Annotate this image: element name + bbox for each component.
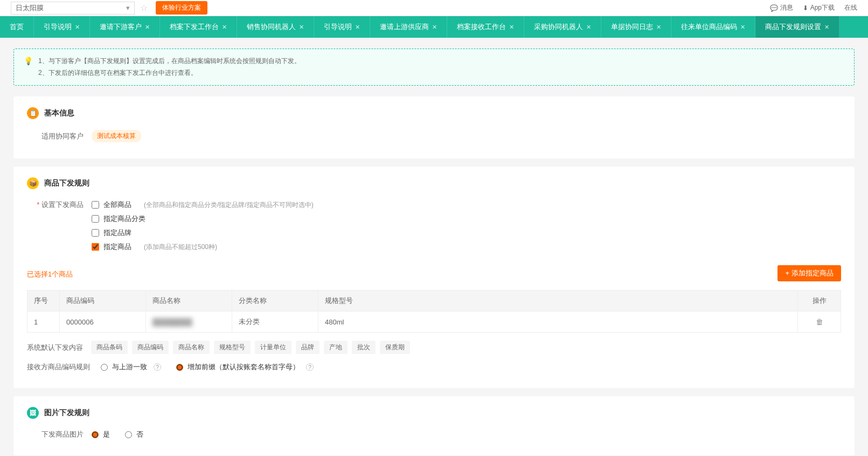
close-icon[interactable]: ✕ <box>75 24 80 31</box>
radio-add-prefix-label[interactable]: 增加前缀（默认按账套名称首字母） ? <box>176 362 314 372</box>
close-icon[interactable]: ✕ <box>656 24 661 31</box>
online-link[interactable]: 在线 <box>844 3 857 12</box>
tab-销售协同机器人[interactable]: 销售协同机器人✕ <box>237 16 314 38</box>
close-icon[interactable]: ✕ <box>740 24 745 31</box>
close-icon[interactable]: ✕ <box>355 24 360 31</box>
notice-text: 1、与下游客户【商品下发规则】设置完成后，在商品档案编辑时系统会按照规则自动下发… <box>38 56 301 79</box>
star-icon[interactable]: ☆ <box>140 3 148 13</box>
tab-单据协同日志[interactable]: 单据协同日志✕ <box>601 16 671 38</box>
table-row: 10000006████████未分类480ml🗑 <box>27 312 841 333</box>
basic-info-card: 📋 基本信息 适用协同客户 测试成本核算 <box>13 96 855 158</box>
close-icon[interactable]: ✕ <box>222 24 227 31</box>
topbar: 日太阳膜 ☆ 体验行业方案 💬消息 ⬇App下载 在线 <box>0 0 868 16</box>
tab-档案接收工作台[interactable]: 档案接收工作台✕ <box>447 16 524 38</box>
card-title-basic: 📋 基本信息 <box>27 107 841 119</box>
th-op: 操作 <box>798 291 841 312</box>
card-title-product: 📦 商品下发规则 <box>27 177 841 189</box>
close-icon[interactable]: ✕ <box>509 24 514 31</box>
tab-首页[interactable]: 首页 <box>0 16 34 38</box>
close-icon[interactable]: ✕ <box>432 24 437 31</box>
image-rule-icon: 🖼 <box>27 407 39 419</box>
plus-icon: + <box>785 269 789 277</box>
customer-tag: 测试成本核算 <box>92 130 141 142</box>
default-content-row: 系统默认下发内容 商品条码商品编码商品名称规格型号计量单位品牌产地批次保质期 <box>27 341 841 354</box>
tab-引导说明[interactable]: 引导说明✕ <box>34 16 90 38</box>
notice-line1: 1、与下游客户【商品下发规则】设置完成后，在商品档案编辑时系统会按照规则自动下发… <box>38 56 301 67</box>
checkbox-category[interactable] <box>92 215 99 223</box>
delete-icon[interactable]: 🗑 <box>816 317 823 326</box>
default-label: 系统默认下发内容 <box>27 343 83 353</box>
checkbox-specific-product[interactable] <box>92 243 99 251</box>
th-seq: 序号 <box>27 291 60 312</box>
tab-邀请上游供应商[interactable]: 邀请上游供应商✕ <box>370 16 447 38</box>
label-customer: 适用协同客户 <box>27 132 92 141</box>
selected-count: 已选择1个商品 <box>27 270 73 279</box>
checkbox-brand[interactable] <box>92 229 99 237</box>
product-table: 序号 商品编码 商品名称 分类名称 规格型号 操作 10000006██████… <box>27 290 841 333</box>
radio-add-prefix[interactable] <box>176 364 183 371</box>
th-cat: 分类名称 <box>232 291 318 312</box>
default-tag: 产地 <box>324 341 348 354</box>
topbar-right: 💬消息 ⬇App下载 在线 <box>770 3 857 12</box>
default-tag: 品牌 <box>296 341 320 354</box>
message-link[interactable]: 💬消息 <box>770 3 793 12</box>
radio-image-yes[interactable] <box>92 431 99 438</box>
recv-rule-label: 接收方商品编码规则 <box>27 362 101 372</box>
tab-邀请下游客户[interactable]: 邀请下游客户✕ <box>90 16 160 38</box>
default-tag: 商品编码 <box>132 341 169 354</box>
default-tag: 规格型号 <box>214 341 251 354</box>
default-tag: 批次 <box>352 341 376 354</box>
app-download-link[interactable]: ⬇App下载 <box>803 3 835 12</box>
th-spec: 规格型号 <box>318 291 798 312</box>
dropdown-value: 日太阳膜 <box>16 3 44 13</box>
radio-image-yes-label[interactable]: 是 <box>92 430 110 439</box>
help-icon[interactable]: ? <box>154 363 161 371</box>
th-name: 商品名称 <box>146 291 232 312</box>
download-icon: ⬇ <box>803 4 808 12</box>
company-dropdown[interactable]: 日太阳膜 <box>11 2 135 15</box>
add-product-button[interactable]: + 添加指定商品 <box>777 265 841 281</box>
default-tag: 商品条码 <box>91 341 128 354</box>
close-icon[interactable]: ✕ <box>299 24 304 31</box>
radio-image-no[interactable] <box>125 431 132 438</box>
basic-icon: 📋 <box>27 107 39 119</box>
tab-往来单位商品编码[interactable]: 往来单位商品编码✕ <box>671 16 755 38</box>
th-code: 商品编码 <box>60 291 146 312</box>
close-icon[interactable]: ✕ <box>824 24 829 31</box>
close-icon[interactable]: ✕ <box>586 24 591 31</box>
card-title-image: 🖼 图片下发规则 <box>27 407 841 419</box>
default-tag: 保质期 <box>380 341 410 354</box>
product-rule-card: 📦 商品下发规则 设置下发商品 全部商品 (全部商品和指定商品分类/指定品牌/指… <box>13 167 855 388</box>
radio-same-upstream-label[interactable]: 与上游一致 ? <box>101 362 161 372</box>
notice-banner: 💡 1、与下游客户【商品下发规则】设置完成后，在商品档案编辑时系统会按照规则自动… <box>13 49 855 86</box>
notice-line2: 2、下发后的详细信息可在档案下发工作台中进行查看。 <box>38 67 301 79</box>
table-header-row: 序号 商品编码 商品名称 分类名称 规格型号 操作 <box>27 291 841 312</box>
label-send-image: 下发商品图片 <box>27 430 92 439</box>
label-set-product: 设置下发商品 <box>27 200 92 210</box>
bulb-icon: 💡 <box>24 57 33 65</box>
industry-plan-button[interactable]: 体验行业方案 <box>156 1 207 15</box>
message-icon: 💬 <box>770 4 778 12</box>
tab-采购协同机器人[interactable]: 采购协同机器人✕ <box>524 16 601 38</box>
tab-商品下发规则设置[interactable]: 商品下发规则设置✕ <box>755 16 839 38</box>
tab-引导说明[interactable]: 引导说明✕ <box>314 16 370 38</box>
product-rule-icon: 📦 <box>27 177 39 189</box>
default-tag: 计量单位 <box>255 341 291 354</box>
checkbox-all-products[interactable] <box>92 201 99 209</box>
default-tag: 商品名称 <box>173 341 210 354</box>
radio-same-upstream[interactable] <box>101 364 108 371</box>
tab-档案下发工作台[interactable]: 档案下发工作台✕ <box>160 16 237 38</box>
content: 💡 1、与下游客户【商品下发规则】设置完成后，在商品档案编辑时系统会按照规则自动… <box>0 38 868 456</box>
help-icon[interactable]: ? <box>306 363 314 371</box>
image-rule-card: 🖼 图片下发规则 下发商品图片 是 否 <box>13 396 855 455</box>
nav-tabs: 首页引导说明✕邀请下游客户✕档案下发工作台✕销售协同机器人✕引导说明✕邀请上游供… <box>0 16 868 38</box>
close-icon[interactable]: ✕ <box>145 24 150 31</box>
radio-image-no-label[interactable]: 否 <box>125 430 143 439</box>
